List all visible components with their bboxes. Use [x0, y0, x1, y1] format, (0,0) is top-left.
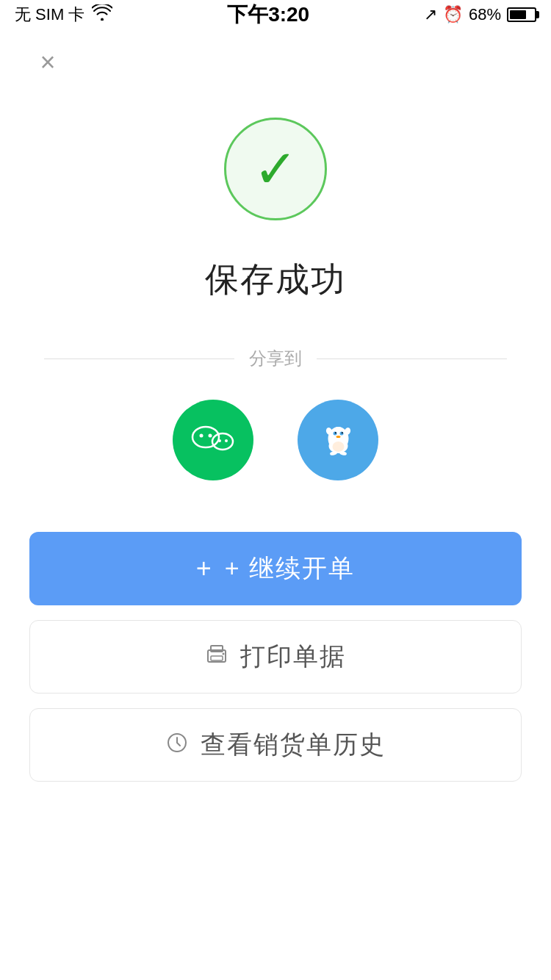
actions-section: + + 继续开单 打印单据 查看销货单历史	[0, 510, 551, 782]
alarm-icon: ⏰	[443, 5, 463, 24]
svg-point-2	[199, 433, 203, 437]
svg-rect-21	[211, 656, 223, 660]
print-button[interactable]: 打印单据	[29, 620, 522, 693]
share-icons-row	[173, 400, 378, 480]
divider-line-left	[44, 359, 234, 359]
success-title: 保存成功	[205, 257, 346, 303]
status-right: ↗ ⏰ 68%	[424, 5, 536, 24]
close-button[interactable]: ×	[29, 44, 66, 81]
history-icon	[165, 731, 189, 760]
share-label: 分享到	[234, 347, 317, 370]
close-btn-area: ×	[0, 29, 551, 88]
sim-label: 无 SIM 卡	[15, 4, 84, 26]
svg-point-11	[341, 432, 342, 433]
success-section: ✓ 保存成功	[0, 88, 551, 325]
continue-button[interactable]: + + 继续开单	[29, 532, 522, 605]
svg-point-10	[334, 432, 336, 433]
status-left: 无 SIM 卡	[15, 4, 112, 26]
svg-point-14	[332, 442, 344, 452]
battery-icon	[507, 7, 536, 22]
svg-point-4	[218, 439, 221, 442]
svg-point-22	[223, 652, 225, 655]
location-icon: ↗	[424, 5, 437, 24]
history-label: 查看销货单历史	[201, 728, 386, 762]
share-divider-row: 分享到	[44, 347, 507, 370]
wechat-share-button[interactable]	[173, 400, 253, 480]
share-section: 分享到	[0, 325, 551, 510]
svg-point-5	[225, 439, 228, 442]
wechat-icon	[190, 417, 237, 464]
status-time: 下午3:20	[227, 1, 309, 29]
battery-percent: 68%	[469, 5, 501, 24]
print-label: 打印单据	[240, 640, 346, 674]
success-circle: ✓	[224, 118, 327, 220]
svg-point-8	[333, 431, 336, 435]
status-bar: 无 SIM 卡 下午3:20 ↗ ⏰ 68%	[0, 0, 551, 29]
svg-point-1	[212, 433, 233, 450]
history-button[interactable]: 查看销货单历史	[29, 708, 522, 782]
svg-point-12	[336, 436, 340, 438]
svg-point-3	[208, 433, 212, 437]
qq-share-button[interactable]	[298, 400, 378, 480]
continue-label: + 继续开单	[225, 552, 355, 586]
wifi-icon	[92, 4, 112, 25]
svg-point-9	[339, 431, 343, 435]
print-icon	[205, 643, 228, 671]
checkmark-icon: ✓	[253, 143, 298, 195]
close-icon: ×	[40, 49, 55, 76]
divider-line-right	[317, 359, 507, 359]
plus-icon: +	[196, 553, 213, 584]
qq-icon	[314, 417, 362, 464]
